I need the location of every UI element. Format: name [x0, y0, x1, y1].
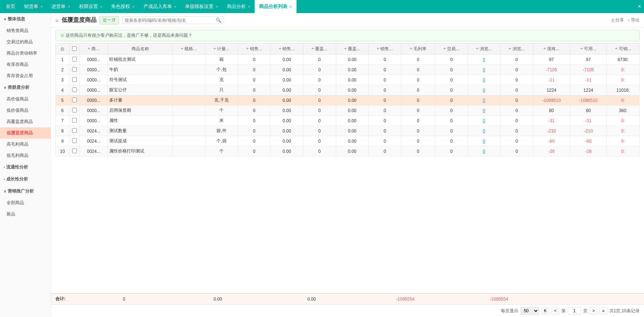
sidebar-item-category-rate[interactable]: 商品分类动销率: [0, 48, 51, 59]
col-gross-rate-header[interactable]: ÷ 毛利率: [401, 44, 435, 55]
cell-spec: [173, 116, 205, 126]
sidebar-section-class-analysis[interactable]: ∨ 类群度分析: [0, 82, 51, 94]
close-product-tab[interactable]: ×: [174, 4, 176, 9]
col-current-header[interactable]: ÷ 现有...: [533, 44, 570, 55]
sidebar-item-high-margin[interactable]: 高毛利商品: [0, 139, 51, 150]
cell-unit: 个: [205, 146, 238, 156]
nav-tab-template[interactable]: 单据模板设置 ×: [181, 0, 222, 13]
nav-tab-analysis[interactable]: 商品分析 ×: [223, 0, 255, 13]
sidebar-item-stock-capital[interactable]: 库存资金占用: [0, 70, 51, 82]
nav-tab-analysis-list[interactable]: 商品分析列表 ×: [255, 0, 296, 13]
last-page-button[interactable]: »: [600, 307, 607, 314]
nav-tab-permissions[interactable]: 权限设置 ×: [75, 0, 107, 13]
cell-browse1[interactable]: 0: [468, 136, 500, 146]
gear-icon[interactable]: ⚙: [60, 46, 65, 52]
cell-sales-amt: 0.00: [271, 85, 303, 95]
info-banner: ☆ 这些商品只有很少客户购买过，是推广不够，还是商品本身问题？: [55, 30, 640, 41]
cell-browse2: 0: [500, 55, 533, 65]
col-cover2-header[interactable]: ÷ 覆盖...: [336, 44, 369, 55]
cell-name: 测试数量: [108, 126, 173, 136]
nav-tab-sales[interactable]: 销货单 ×: [20, 0, 47, 13]
cell-browse1[interactable]: 0: [468, 116, 500, 126]
cell-spec: [173, 146, 205, 156]
cell-checkbox[interactable]: [69, 116, 79, 126]
sidebar-section-overview[interactable]: ∨ 整体信息: [0, 13, 51, 25]
collapse-sidebar-button[interactable]: «: [55, 17, 59, 24]
col-sales-amt-header[interactable]: ÷ 销售...: [271, 44, 303, 55]
col-sales-qty-header[interactable]: ÷ 销售...: [238, 44, 271, 55]
cell-checkbox[interactable]: [69, 106, 79, 116]
col-code-header[interactable]: ÷ 商...: [79, 44, 107, 55]
arrow-icon: ∨: [4, 17, 6, 21]
cell-browse1[interactable]: 0: [468, 95, 500, 106]
close-analysis-tab[interactable]: ×: [248, 4, 250, 9]
close-role-tab[interactable]: ×: [132, 4, 134, 9]
col-browse1-header[interactable]: ÷ 浏览...: [468, 44, 500, 55]
sidebar-item-high-value[interactable]: 高价值商品: [0, 94, 51, 105]
top-nav: 首页 销货单 × 进货单 × 权限设置 × 角色授权 × 产成品入库单 × 单据…: [0, 0, 644, 13]
sidebar-section-growth[interactable]: › 成长性分析: [0, 173, 51, 185]
cell-browse1[interactable]: 0: [468, 65, 500, 75]
page-size-select[interactable]: 50 20 100 200: [521, 307, 539, 315]
sidebar-section-circulation[interactable]: › 流通性分析: [0, 161, 51, 173]
share-button[interactable]: ⎙ 分享: [612, 17, 624, 23]
col-spec-header[interactable]: ÷ 规格...: [173, 44, 205, 55]
close-permissions-tab[interactable]: ×: [100, 4, 102, 9]
prev-page-button[interactable]: <: [551, 307, 559, 314]
col-cover1-header[interactable]: ÷ 覆盖...: [303, 44, 336, 55]
cell-name: 多计量: [108, 95, 173, 106]
cell-checkbox[interactable]: [69, 65, 79, 75]
cell-browse1[interactable]: 0: [468, 126, 500, 136]
sidebar-item-low-coverage[interactable]: 低覆盖度商品: [0, 127, 51, 139]
sidebar-item-stocked-goods[interactable]: 有库存商品: [0, 59, 51, 70]
first-page-button[interactable]: K: [541, 307, 549, 314]
nav-tab-product[interactable]: 产成品入库单 ×: [139, 0, 181, 13]
sidebar-item-new-goods[interactable]: 新品: [0, 209, 51, 220]
cell-sellable: 0:: [607, 95, 640, 106]
cell-checkbox[interactable]: [69, 146, 79, 156]
cell-sales-amt: 0.00: [271, 65, 303, 75]
sidebar-item-low-margin[interactable]: 低毛利商品: [0, 150, 51, 161]
col-unit-header[interactable]: ÷ 计量...: [205, 44, 238, 55]
cell-checkbox[interactable]: [69, 85, 79, 95]
close-template-tab[interactable]: ×: [216, 4, 218, 9]
cell-browse1[interactable]: 0: [468, 55, 500, 65]
sidebar-section-marketing[interactable]: ∨ 营销推广分析: [0, 185, 51, 197]
sidebar-item-low-value[interactable]: 低价值商品: [0, 105, 51, 116]
sidebar-item-all-goods[interactable]: 全部商品: [0, 197, 51, 209]
sidebar-item-sales-goods[interactable]: 销售类商品: [0, 25, 51, 36]
col-browse2-header[interactable]: ÷ 浏览...: [500, 44, 533, 55]
sidebar-item-traded-goods[interactable]: 交易过的商品: [0, 36, 51, 48]
export-button[interactable]: ↑ 导出: [628, 17, 640, 23]
cell-browse1[interactable]: 0: [468, 146, 500, 156]
nav-tab-purchase[interactable]: 进货单 ×: [47, 0, 74, 13]
cell-checkbox[interactable]: [69, 55, 79, 65]
cell-cover1: 0: [303, 106, 336, 116]
next-page-button[interactable]: >: [590, 307, 597, 314]
select-all-checkbox[interactable]: [72, 46, 77, 51]
date-filter-button[interactable]: 近一月: [99, 16, 119, 24]
current-page-input[interactable]: [568, 307, 581, 314]
cell-browse1[interactable]: 0: [468, 85, 500, 95]
col-sellable-header[interactable]: ÷ 可销...: [607, 44, 640, 55]
cell-checkbox[interactable]: [69, 126, 79, 136]
nav-tab-role[interactable]: 角色授权 ×: [107, 0, 139, 13]
cell-checkbox[interactable]: [69, 95, 79, 106]
col-sales-days-header[interactable]: ÷ 销售...: [369, 44, 401, 55]
cell-checkbox[interactable]: [69, 75, 79, 85]
cell-browse1[interactable]: 0: [468, 75, 500, 85]
close-sales-tab[interactable]: ×: [40, 4, 43, 9]
cell-checkbox[interactable]: [69, 136, 79, 146]
cell-unit: 个,袋: [205, 136, 238, 146]
col-trade-header[interactable]: ÷ 交易...: [435, 44, 468, 55]
cell-browse1[interactable]: 0: [468, 106, 500, 116]
close-all-button[interactable]: ×: [638, 3, 641, 10]
sidebar: ∨ 整体信息 销售类商品 交易过的商品 商品分类动销率 有库存商品 库存资金占用…: [0, 13, 51, 317]
close-purchase-tab[interactable]: ×: [68, 4, 70, 9]
close-analysis-list-tab[interactable]: ×: [290, 4, 292, 9]
sidebar-item-high-coverage[interactable]: 高覆盖度商品: [0, 116, 51, 127]
col-name-header[interactable]: 商品名称: [108, 44, 173, 55]
col-available-header[interactable]: ÷ 可用...: [570, 44, 607, 55]
nav-tab-home[interactable]: 首页: [1, 0, 20, 13]
search-input[interactable]: [125, 18, 216, 23]
